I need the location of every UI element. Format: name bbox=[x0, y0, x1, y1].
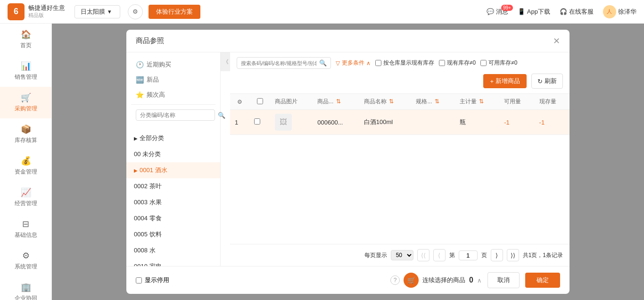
warehouse-stock-input[interactable] bbox=[375, 60, 381, 66]
quick-label-new: 新品 bbox=[147, 75, 159, 84]
sidebar-label-home: 首页 bbox=[20, 42, 32, 50]
quick-item-recent[interactable]: 🕐 近期购买 bbox=[131, 57, 215, 72]
category-item-00[interactable]: 00 未分类 bbox=[126, 146, 220, 162]
category-item-0003[interactable]: 0003 水果 bbox=[126, 194, 220, 210]
category-label-0010: 0010 家电 bbox=[134, 262, 162, 266]
collapse-cart-button[interactable]: ∧ bbox=[477, 277, 482, 284]
add-product-button[interactable]: + 新增商品 bbox=[483, 74, 527, 88]
sidebar-label-inventory: 库存核算 bbox=[15, 136, 37, 144]
modal-close-button[interactable]: ✕ bbox=[553, 37, 560, 45]
product-table: ⚙ 商品图片 商品... ⇅ 商品名称 ⇅ bbox=[230, 94, 570, 135]
pagination: 每页显示 50 ⟨⟨ ⟨ 第 页 ⟩ ⟩⟩ 共1页，1条记录 bbox=[230, 244, 570, 266]
row-checkbox[interactable] bbox=[254, 118, 260, 125]
sidebar-item-home[interactable]: 🏠 首页 bbox=[0, 24, 51, 55]
classify-search-input[interactable] bbox=[136, 109, 215, 121]
more-filter-button[interactable]: ▽ 更多条件 ∧ bbox=[336, 59, 371, 67]
select-all-checkbox[interactable] bbox=[257, 98, 263, 104]
refresh-button[interactable]: ↻ 刷新 bbox=[531, 74, 563, 89]
first-page-button[interactable]: ⟨⟨ bbox=[417, 249, 429, 261]
quick-item-frequent[interactable]: ⭐ 频次高 bbox=[131, 87, 215, 102]
row-name: 白酒100ml bbox=[359, 110, 412, 135]
category-label-0001: 0001 酒水 bbox=[140, 166, 167, 175]
sidebar-item-system[interactable]: ⚙ 系统管理 bbox=[0, 245, 51, 276]
confirm-button[interactable]: 确定 bbox=[525, 273, 560, 288]
category-item-0001[interactable]: ▶ 0001 酒水 bbox=[126, 162, 220, 178]
col-name[interactable]: 商品名称 ⇅ bbox=[359, 94, 412, 110]
category-item-0010[interactable]: 0010 家电 bbox=[126, 258, 220, 266]
main-area: 商品参照 ✕ 🕐 近期购买 🆕 新品 bbox=[52, 24, 644, 300]
next-page-button[interactable]: ⟩ bbox=[491, 249, 503, 261]
available-stock-checkbox[interactable]: 可用库存≠0 bbox=[480, 59, 517, 67]
row-code: 000600... bbox=[313, 110, 359, 135]
user-name: 徐泽华 bbox=[618, 8, 636, 16]
quick-item-new[interactable]: 🆕 新品 bbox=[131, 72, 215, 87]
operation-icon: 📈 bbox=[21, 187, 31, 198]
sidebar-item-operation[interactable]: 📈 经营管理 bbox=[0, 182, 51, 213]
quick-label-recent: 近期购买 bbox=[147, 60, 171, 69]
sidebar-label-finance: 资金管理 bbox=[15, 168, 37, 176]
show-disabled-checkbox[interactable]: 显示停用 bbox=[136, 276, 169, 284]
sidebar-item-enterprise[interactable]: 🏢 企业协同 bbox=[0, 276, 51, 300]
message-badge: 99+ bbox=[501, 5, 513, 11]
cart-icon-button[interactable]: 🛒 bbox=[404, 273, 419, 288]
product-table-area: ⚙ 商品图片 商品... ⇅ 商品名称 ⇅ bbox=[230, 94, 570, 244]
current-stock-input[interactable] bbox=[439, 60, 445, 66]
cart-label: 连续选择的商品 bbox=[422, 276, 465, 284]
col-settings[interactable]: ⚙ bbox=[230, 94, 249, 110]
headset-icon: 🎧 bbox=[560, 8, 567, 15]
refresh-icon: ↻ bbox=[537, 78, 543, 85]
message-icon: 💬 bbox=[487, 8, 494, 15]
col-unit[interactable]: 主计量 ⇅ bbox=[455, 94, 500, 110]
page-input[interactable] bbox=[459, 250, 478, 260]
sidebar-item-finance[interactable]: 💰 资金管理 bbox=[0, 150, 51, 182]
prev-page-button[interactable]: ⟨ bbox=[433, 249, 446, 261]
sort-icon-spec: ⇅ bbox=[435, 98, 439, 105]
message-item[interactable]: 💬 消息 99+ bbox=[487, 8, 508, 16]
col-checkbox[interactable] bbox=[249, 94, 270, 110]
app-download-item[interactable]: 📱 App下载 bbox=[518, 8, 550, 16]
show-disabled-label: 显示停用 bbox=[145, 276, 169, 284]
system-icon: ⚙ bbox=[22, 250, 30, 261]
product-search-input[interactable] bbox=[241, 60, 316, 66]
per-page-select[interactable]: 50 bbox=[391, 250, 413, 260]
last-page-button[interactable]: ⟩⟩ bbox=[507, 249, 519, 261]
cart-count: 0 bbox=[469, 276, 473, 284]
classify-search-icon[interactable]: 🔍 bbox=[218, 112, 225, 119]
logo-icon: 6 bbox=[8, 3, 25, 20]
left-panel-top: 🕐 近期购买 🆕 新品 ⭐ 频次高 bbox=[126, 52, 220, 128]
user-item[interactable]: 人 徐泽华 bbox=[603, 5, 636, 18]
row-checkbox-cell[interactable] bbox=[249, 110, 270, 135]
trial-button[interactable]: 体验行业方案 bbox=[149, 5, 200, 19]
col-code[interactable]: 商品... ⇅ bbox=[313, 94, 359, 110]
row-image-cell: 🖼 bbox=[270, 110, 313, 135]
category-item-0002[interactable]: 0002 茶叶 bbox=[126, 178, 220, 194]
col-spec[interactable]: 规格... ⇅ bbox=[411, 94, 454, 110]
current-stock-checkbox[interactable]: 现有库存≠0 bbox=[439, 59, 476, 67]
table-row[interactable]: 1 🖼 000600... 白酒100ml bbox=[230, 110, 570, 135]
collapse-icon: 《 bbox=[223, 58, 229, 66]
search-icon[interactable]: 🔍 bbox=[319, 59, 327, 67]
service-item[interactable]: 🎧 在线客服 bbox=[560, 8, 594, 16]
category-item-0004[interactable]: 0004 零食 bbox=[126, 210, 220, 226]
category-item-0005[interactable]: 0005 饮料 bbox=[126, 226, 220, 242]
sidebar-item-sales[interactable]: 📊 销售管理 bbox=[0, 55, 51, 87]
nav-selector[interactable]: 日太阳膜 ▾ bbox=[74, 5, 120, 18]
cancel-button[interactable]: 取消 bbox=[487, 272, 520, 288]
sidebar-item-inventory[interactable]: 📦 库存核算 bbox=[0, 118, 51, 150]
sidebar-item-purchase[interactable]: 🛒 采购管理 bbox=[0, 87, 51, 118]
help-button[interactable]: ? bbox=[390, 275, 400, 285]
available-stock-input[interactable] bbox=[480, 60, 487, 66]
category-label-all: 全部分类 bbox=[140, 134, 164, 142]
show-disabled-input[interactable] bbox=[136, 277, 142, 283]
cart-area: ? 🛒 连续选择的商品 0 ∧ bbox=[390, 273, 482, 288]
category-item-all[interactable]: ▶ 全部分类 bbox=[126, 130, 220, 146]
service-label: 在线客服 bbox=[569, 8, 594, 16]
settings-button[interactable]: ⚙ bbox=[128, 4, 143, 19]
col-image: 商品图片 bbox=[270, 94, 313, 110]
sidebar-item-basic[interactable]: ⊟ 基础信息 bbox=[0, 213, 51, 245]
warehouse-stock-checkbox[interactable]: 按仓库显示现有库存 bbox=[375, 59, 434, 67]
row-index: 1 bbox=[230, 110, 249, 135]
category-item-0008[interactable]: 0008 水 bbox=[126, 242, 220, 258]
add-btn-label: 新增商品 bbox=[495, 77, 520, 85]
panel-collapse-button[interactable]: 《 bbox=[221, 52, 230, 71]
